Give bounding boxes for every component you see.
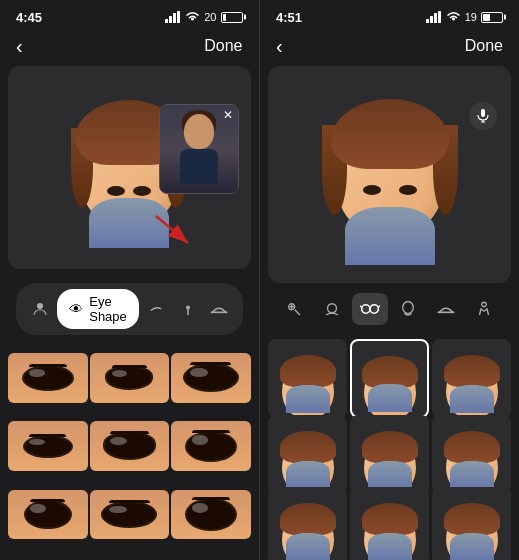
status-icons-right: 19: [426, 11, 503, 23]
toolbar-left: 👁 Eye Shape: [16, 283, 243, 335]
svg-point-21: [328, 304, 337, 313]
avatar-cell-r2[interactable]: [350, 339, 429, 418]
battery-text-left: 20: [204, 11, 216, 23]
eye-grid: [0, 349, 259, 560]
head-icon: [399, 300, 417, 318]
eye-cell-3[interactable]: [171, 353, 251, 403]
avatar-cell-r6[interactable]: [432, 415, 511, 494]
status-bar-left: 4:45 20: [0, 0, 259, 30]
eye-cell-5[interactable]: [90, 421, 170, 471]
glasses-icon: [360, 302, 380, 316]
right-panel: 4:51 19 ‹ Done: [260, 0, 519, 560]
svg-line-5: [156, 216, 188, 243]
body-rt-icon[interactable]: [466, 293, 502, 325]
hair-top-right: [331, 99, 449, 169]
camera-preview-close[interactable]: ✕: [223, 108, 233, 122]
eye-illustration-4: [8, 421, 88, 471]
person-silhouette: [176, 114, 221, 184]
eye-shape-7: [26, 502, 70, 528]
glasses-rt-icon[interactable]: [352, 293, 388, 325]
eye-shape-2: [107, 368, 151, 388]
avatar-cell-r3[interactable]: [432, 339, 511, 418]
eye-left-right: [363, 185, 381, 195]
eye-illustration-6: [171, 421, 251, 471]
avatar-cell-r4[interactable]: [268, 415, 347, 494]
memoji-avatar-right: [310, 85, 470, 265]
nav-bar-right: ‹ Done: [260, 30, 519, 66]
left-panel: 4:45 20 ‹ Done: [0, 0, 260, 560]
face-rt-icon[interactable]: [314, 293, 350, 325]
status-icons-left: 20: [165, 11, 242, 23]
time-right: 4:51: [276, 10, 302, 25]
eye-shape-5: [105, 434, 154, 458]
mini-memoji-r9: [446, 497, 497, 556]
head-rt-icon[interactable]: [390, 293, 426, 325]
mini-memoji-r1: [282, 349, 333, 408]
lipstick-icon: [179, 300, 197, 318]
signal-icon: [165, 11, 181, 23]
wifi-icon-right: [446, 11, 461, 23]
eye-shape-label: Eye Shape: [89, 294, 127, 324]
done-button-left[interactable]: Done: [204, 37, 242, 55]
eye-cell-9[interactable]: [171, 490, 251, 540]
svg-rect-12: [434, 13, 437, 23]
eye-cell-7[interactable]: [8, 490, 88, 540]
person-toolbar-icon[interactable]: [26, 293, 53, 325]
eye-shape-6: [187, 433, 235, 460]
mini-memoji-r6: [446, 425, 497, 484]
time-left: 4:45: [16, 10, 42, 25]
done-button-right[interactable]: Done: [465, 37, 503, 55]
eye-shape-pill[interactable]: 👁 Eye Shape: [57, 289, 139, 329]
eye-cell-6[interactable]: [171, 421, 251, 471]
mic-icon: [477, 109, 489, 123]
svg-line-18: [295, 310, 300, 315]
avatar-area-right: [268, 66, 511, 283]
hat-rt-icon[interactable]: [428, 293, 464, 325]
battery-text-right: 19: [465, 11, 477, 23]
avatar-cell-r5[interactable]: [350, 415, 429, 494]
avatar-cell-r9[interactable]: [432, 487, 511, 560]
svg-point-27: [403, 302, 414, 314]
eye-right-right: [399, 185, 417, 195]
signal-icon-right: [426, 11, 442, 23]
body-icon: [475, 300, 493, 318]
eye-cell-2[interactable]: [90, 353, 170, 403]
svg-rect-10: [426, 19, 429, 23]
svg-line-26: [378, 306, 380, 308]
hat-toolbar-icon[interactable]: [205, 293, 232, 325]
back-button-left[interactable]: ‹: [16, 35, 23, 58]
svg-point-22: [362, 305, 370, 313]
svg-point-6: [37, 303, 43, 309]
svg-point-23: [370, 305, 378, 313]
avatar-cell-r8[interactable]: [350, 487, 429, 560]
eye-shape-3: [185, 365, 237, 390]
avatar-grid-right: [260, 335, 519, 560]
avatar-cell-r7[interactable]: [268, 487, 347, 560]
mini-memoji-r4: [282, 425, 333, 484]
camera-preview: ✕: [159, 104, 239, 194]
eye-cell-1[interactable]: [8, 353, 88, 403]
eyebrow-icon: [147, 300, 165, 318]
back-button-right[interactable]: ‹: [276, 35, 283, 58]
eye-cell-4[interactable]: [8, 421, 88, 471]
svg-rect-14: [481, 109, 485, 117]
eye-illustration-7: [8, 490, 88, 540]
lipstick-toolbar-icon[interactable]: [174, 293, 201, 325]
battery-icon-left: [221, 12, 243, 23]
person-head: [184, 114, 214, 149]
status-bar-right: 4:51 19: [260, 0, 519, 30]
wifi-icon: [185, 11, 200, 23]
eye-illustration-8: [90, 490, 170, 540]
eye-pill-icon: 👁: [69, 301, 83, 317]
battery-icon-right: [481, 12, 503, 23]
mic-button[interactable]: [469, 102, 497, 130]
toolbar-container-left: 👁 Eye Shape: [8, 275, 251, 343]
eye-cell-8[interactable]: [90, 490, 170, 540]
mini-memoji-r5: [364, 425, 415, 484]
svg-point-29: [482, 302, 487, 307]
zoom-rt-icon[interactable]: [276, 293, 312, 325]
svg-rect-1: [169, 16, 172, 23]
eye-left: [107, 186, 125, 196]
avatar-cell-r1[interactable]: [268, 339, 347, 418]
eyebrow-toolbar-icon[interactable]: [143, 293, 170, 325]
